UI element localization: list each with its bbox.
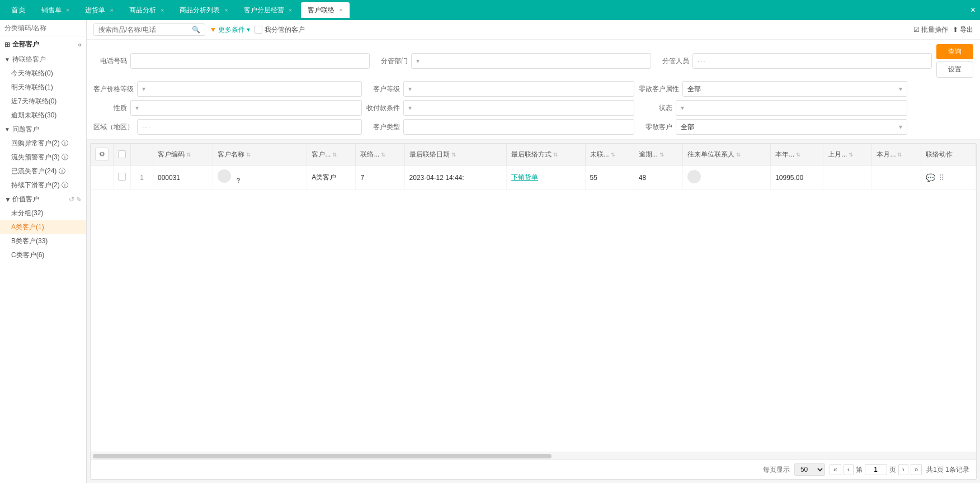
- filter-input-scatter-customer[interactable]: 全部 ▾: [676, 119, 907, 135]
- close-tab-purchase[interactable]: ×: [110, 7, 113, 13]
- export-btn[interactable]: ⬆ 导出: [953, 25, 973, 35]
- filter-input-dept[interactable]: ▾: [411, 53, 651, 69]
- filter-search-icon[interactable]: 🔍: [192, 26, 200, 34]
- page-next-btn[interactable]: ›: [898, 464, 908, 475]
- th-last-contact-date: 最后联络日期 ⇅: [404, 144, 507, 165]
- sort-not-contacted[interactable]: ⇅: [611, 151, 615, 158]
- my-customer-check-box[interactable]: [255, 26, 262, 34]
- th-gear: ⚙: [91, 144, 114, 165]
- search-button[interactable]: 查询: [936, 44, 973, 59]
- filter-search-input[interactable]: [98, 26, 190, 34]
- page-size-select[interactable]: 50 100 200: [794, 463, 825, 476]
- filter-input-nature[interactable]: ▾: [130, 100, 362, 116]
- sidebar-item-churn-warning[interactable]: 流失预警客户(3) ⓘ: [0, 150, 86, 164]
- sidebar-all-customers[interactable]: ⊞ 全部客户 «: [0, 36, 86, 53]
- nav-tab-analysis[interactable]: 商品分析 ×: [123, 2, 171, 18]
- filter-input-scatter-attr[interactable]: 全部 ▾: [682, 81, 907, 97]
- sort-customer-name[interactable]: ⇅: [246, 151, 251, 158]
- filter-row-3: 性质 ▾ 收付款条件 ▾ 状态 ▾: [93, 100, 973, 116]
- filter-input-manager[interactable]: ···: [692, 53, 932, 69]
- filter-label-dept: 分管部门: [374, 56, 408, 66]
- sort-this-month[interactable]: ⇅: [897, 151, 902, 158]
- filter-input-customer-level[interactable]: ▾: [403, 81, 635, 97]
- nav-tab-purchase[interactable]: 进货单 ×: [78, 2, 120, 18]
- sidebar-item-unclassified[interactable]: 未分组(32): [0, 206, 86, 220]
- sidebar-item-today[interactable]: 今天待联络(0): [0, 67, 86, 80]
- sidebar-section-problem[interactable]: ▼ 问题客户: [0, 122, 86, 136]
- export-icon: ⬆: [953, 26, 958, 34]
- filter-field-customer-type: 客户类型: [366, 119, 635, 135]
- more-filter-arrow: ▾: [247, 26, 250, 34]
- th-contact-action: 联络动作: [921, 144, 976, 165]
- sort-overdue[interactable]: ⇅: [659, 151, 664, 158]
- sidebar-item-repurchase-anomaly[interactable]: 回购异常客户(2) ⓘ: [0, 136, 86, 150]
- sort-last-contact-method[interactable]: ⇅: [553, 151, 558, 158]
- sidebar-item-churned[interactable]: 已流失客户(24) ⓘ: [0, 164, 86, 178]
- close-tab-customer-contact[interactable]: ×: [339, 7, 342, 13]
- sort-unit-contact[interactable]: ⇅: [736, 151, 741, 158]
- page-sep: 页: [889, 465, 896, 475]
- nature-arrow: ▾: [135, 104, 139, 112]
- nav-tab-customer-contact[interactable]: 客户联络 ×: [301, 2, 349, 18]
- edit-icon[interactable]: ✎: [76, 196, 82, 203]
- my-customer-checkbox[interactable]: 我分管的客户: [255, 25, 305, 35]
- filter-field-dept: 分管部门 ▾: [374, 53, 651, 69]
- scroll-area: [91, 452, 976, 460]
- sort-this-year[interactable]: ⇅: [796, 151, 800, 158]
- sidebar-item-declining[interactable]: 持续下滑客户(2) ⓘ: [0, 178, 86, 192]
- refresh-icon[interactable]: ↺: [69, 196, 74, 203]
- sidebar-section-value[interactable]: ▼ 价值客户 ↺ ✎: [0, 192, 86, 206]
- sort-last-month[interactable]: ⇅: [849, 151, 853, 158]
- row-checkbox[interactable]: [118, 173, 126, 181]
- settings-button[interactable]: 设置: [936, 61, 973, 78]
- page-first-btn[interactable]: «: [830, 464, 841, 475]
- batch-op-btn[interactable]: ☑ 批量操作: [913, 25, 948, 35]
- page-input[interactable]: [865, 464, 887, 475]
- more-filter-btn[interactable]: ▼ 更多条件 ▾: [210, 25, 250, 35]
- filter-input-phone[interactable]: [130, 53, 370, 69]
- nav-home[interactable]: 首页: [4, 5, 32, 15]
- filter-field-customer-level: 客户等级 ▾: [366, 81, 635, 97]
- sidebar-item-class-a[interactable]: A类客户(1): [0, 220, 86, 234]
- page-last-btn[interactable]: »: [911, 464, 922, 475]
- page-prev-btn[interactable]: ‹: [844, 464, 854, 475]
- last-contact-method-link[interactable]: 下销货单: [511, 173, 538, 181]
- close-tab-customer-segment[interactable]: ×: [289, 7, 292, 13]
- sidebar-section-pending[interactable]: ▼ 待联络客户: [0, 53, 86, 67]
- nav-tab-customer-segment[interactable]: 客户分层经营 ×: [237, 2, 299, 18]
- sort-last-contact-date[interactable]: ⇅: [451, 151, 456, 158]
- filter-input-region[interactable]: ···: [137, 119, 362, 135]
- close-tab-analysis[interactable]: ×: [161, 7, 164, 13]
- td-gear: [91, 165, 114, 190]
- top-nav-close[interactable]: ×: [970, 5, 976, 15]
- scroll-thumb[interactable]: [93, 454, 552, 458]
- sort-customer-code[interactable]: ⇅: [186, 151, 191, 158]
- sidebar-item-class-c[interactable]: C类客户(6): [0, 248, 86, 262]
- sidebar-item-7days[interactable]: 近7天待联络(0): [0, 94, 86, 108]
- filter-bar: 🔍 ▼ 更多条件 ▾ 我分管的客户 ☑ 批量操作 ⬆ 导出: [87, 20, 980, 40]
- sidebar-item-overdue[interactable]: 逾期未联络(30): [0, 108, 86, 122]
- td-num: 1: [131, 165, 153, 190]
- sidebar-item-tomorrow[interactable]: 明天待联络(1): [0, 80, 86, 94]
- th-this-year: 本年... ⇅: [771, 144, 823, 165]
- sort-contact-count[interactable]: ⇅: [381, 151, 385, 158]
- sidebar-search-input[interactable]: [4, 24, 87, 32]
- filter-input-status[interactable]: ▾: [676, 100, 907, 116]
- filter-input-price-level[interactable]: ▾: [137, 81, 362, 97]
- filter-input-payment[interactable]: ▾: [403, 100, 635, 116]
- nav-tab-analysis-list[interactable]: 商品分析列表 ×: [173, 2, 234, 18]
- close-tab-sales[interactable]: ×: [66, 7, 69, 13]
- sort-customer-type[interactable]: ⇅: [332, 151, 337, 158]
- nav-tab-sales[interactable]: 销售单 ×: [35, 2, 76, 18]
- sidebar-item-class-b[interactable]: B类客户(33): [0, 234, 86, 248]
- triangle-icon-2: ▼: [4, 126, 10, 132]
- qr-icon[interactable]: ⠿: [939, 173, 944, 182]
- th-last-contact-method: 最后联络方式 ⇅: [507, 144, 585, 165]
- th-checkbox[interactable]: [118, 150, 126, 158]
- triangle-icon: ▼: [4, 56, 10, 63]
- close-tab-analysis-list[interactable]: ×: [224, 7, 228, 13]
- table-gear-btn[interactable]: ⚙: [95, 148, 109, 161]
- sidebar-collapse-icon[interactable]: «: [78, 41, 82, 49]
- filter-input-customer-type[interactable]: [403, 119, 635, 135]
- message-icon[interactable]: 💬: [926, 173, 935, 182]
